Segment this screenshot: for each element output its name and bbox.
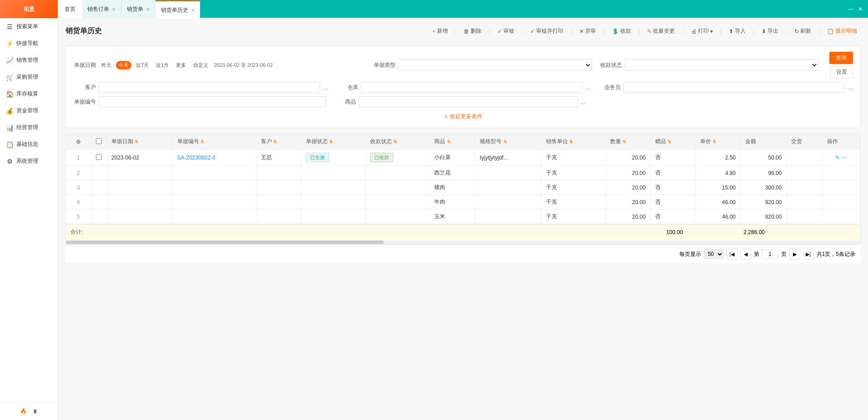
edit-action[interactable]: ✎ [835, 155, 840, 161]
column-spec[interactable]: 规格型号 ⇅ [475, 134, 542, 150]
query-button[interactable]: 查询 [829, 52, 853, 64]
customer-input[interactable] [99, 82, 320, 93]
row-unit: 千克 [542, 166, 606, 180]
row-doc-no[interactable] [172, 166, 256, 180]
row-gift: 否 [651, 195, 696, 210]
delete-button[interactable]: 🗑 删除 [460, 25, 485, 37]
select-all-checkbox[interactable] [96, 138, 102, 144]
column-payment-status[interactable]: 收款状态 ⇅ [366, 134, 430, 150]
sidebar-item-quick-nav[interactable]: ⚡ 快捷导航 [0, 35, 58, 52]
search-menu-icon: ☰ [5, 23, 14, 30]
sidebar-item-purchase-mgmt[interactable]: 🛒 采购管理 [0, 69, 58, 85]
payment-status-select[interactable] [625, 59, 818, 71]
type-select[interactable] [398, 59, 592, 71]
sidebar-item-search-menu[interactable]: ☰ 搜索菜单 [0, 18, 58, 35]
finance-icon: 💰 [5, 107, 14, 115]
row-doc-no[interactable]: SA-20230602-0 [172, 150, 256, 166]
column-settings[interactable]: ⚙ [66, 134, 91, 150]
pause-icon[interactable]: ⏸ [32, 408, 38, 415]
last-page-button[interactable]: ▶| [803, 249, 814, 260]
row-payment-status [366, 210, 430, 224]
date-today[interactable]: 今天 [116, 61, 131, 70]
column-customer[interactable]: 客户 ⇅ [256, 134, 301, 150]
column-unit[interactable]: 销售单位 ⇅ [542, 134, 606, 150]
export-button[interactable]: ⬇ 导出 [758, 25, 782, 37]
column-gift[interactable]: 赠品 ⇅ [651, 134, 696, 150]
column-amount: 金额 [741, 134, 787, 150]
salesperson-picker[interactable]: ... [848, 84, 853, 91]
filter-collapse[interactable]: ∧ 收起更多条件 [73, 111, 853, 122]
tab-close-sales-history[interactable]: ✕ [191, 8, 195, 13]
row-doc-no[interactable] [172, 180, 256, 195]
footer-total-qty: 100.00 [647, 229, 683, 235]
column-goods[interactable]: 商品 ⇅ [430, 134, 475, 150]
row-goods: 西兰花 [430, 166, 475, 180]
sidebar-item-system-mgmt[interactable]: ⚙ 系统管理 [0, 153, 58, 170]
doc-no-input[interactable] [99, 96, 326, 107]
batch-change-button[interactable]: ✎ 批量变更 [643, 25, 678, 37]
horizontal-scrollbar[interactable] [66, 240, 860, 244]
setting-button[interactable]: 设置 [830, 66, 853, 78]
column-qty[interactable]: 数量 ⇅ [606, 134, 651, 150]
column-checkbox [91, 134, 106, 150]
date-1month[interactable]: 近1月 [153, 61, 171, 70]
next-page-button[interactable]: ▶ [789, 249, 800, 260]
column-date[interactable]: 单据日期 ⇅ [106, 134, 172, 150]
date-custom[interactable]: 自定义 [191, 61, 211, 70]
fire-icon[interactable]: 🔥 [20, 408, 27, 415]
row-transaction [787, 180, 823, 195]
prev-page-button[interactable]: ◀ [740, 249, 751, 260]
import-button[interactable]: ⬆ 导入 [725, 25, 749, 37]
row-date: 2023-06-02 [106, 150, 172, 166]
abandon-button[interactable]: ✕ 弃审 [576, 25, 600, 37]
scrollbar-thumb[interactable] [66, 240, 384, 244]
customer-picker[interactable]: ... [323, 84, 328, 91]
row-doc-no[interactable] [172, 210, 256, 224]
row-gift: 否 [651, 150, 696, 166]
salesperson-input[interactable] [623, 82, 845, 93]
tab-sales-goods[interactable]: 销货单 ✕ [121, 0, 156, 18]
per-page-select[interactable]: 50 [704, 249, 724, 259]
sidebar-item-inventory[interactable]: 🏠 库存核算 [0, 85, 58, 102]
more-action[interactable]: ⋯ [842, 155, 847, 161]
tab-sales-order[interactable]: 销售订单 ✕ [82, 0, 121, 18]
refresh-button[interactable]: ↻ 刷新 [791, 25, 815, 37]
window-close[interactable]: ✕ [858, 6, 863, 12]
new-button[interactable]: + 新增 [429, 25, 452, 37]
window-minimize[interactable]: — [848, 6, 853, 12]
warehouse-input[interactable] [361, 82, 582, 93]
date-more[interactable]: 更多 [173, 61, 189, 70]
goods-picker[interactable]: ... [581, 98, 586, 105]
row-spec [475, 180, 542, 195]
sidebar-item-sales-mgmt[interactable]: 📈 销售管理 [0, 52, 58, 69]
page-input[interactable] [762, 250, 778, 259]
sidebar-item-operations[interactable]: 📊 经营管理 [0, 119, 58, 136]
column-doc-status[interactable]: 单据状态 ⇅ [301, 134, 365, 150]
collect-button[interactable]: 💲 收款 [608, 25, 635, 37]
row-doc-status: 已生效 [301, 150, 365, 166]
row-goods: 牛肉 [430, 195, 475, 210]
goods-input[interactable] [359, 96, 578, 107]
tab-sales-history[interactable]: 销货单历史 ✕ [156, 0, 200, 19]
sidebar-item-finance[interactable]: 💰 资金管理 [0, 102, 58, 119]
column-price[interactable]: 单价 ⇅ [696, 134, 741, 150]
first-page-button[interactable]: |◀ [727, 249, 738, 260]
sidebar-item-basic-info[interactable]: 📋 基础信息 [0, 136, 58, 153]
tab-close-sales-goods[interactable]: ✕ [146, 7, 150, 12]
show-detail-button[interactable]: 📋 显示明细 [823, 25, 861, 37]
date-yesterday[interactable]: 昨天 [99, 61, 114, 70]
row-checkbox[interactable] [96, 154, 102, 160]
column-doc-no[interactable]: 单据编号 ⇅ [172, 134, 256, 150]
row-amount: 920.00 [741, 195, 787, 210]
page-suffix: 页 [781, 250, 787, 258]
warehouse-picker[interactable]: ... [585, 84, 591, 91]
date-7days[interactable]: 近7天 [133, 61, 151, 70]
review-button[interactable]: ✓ 审核 [494, 25, 518, 37]
review-print-button[interactable]: ✓ 审核并打印 [527, 25, 567, 37]
print-button[interactable]: 🖨 打印 ▾ [687, 25, 717, 37]
tab-home[interactable]: 首页 [58, 0, 82, 18]
filter-goods: 商品 ... [333, 96, 586, 107]
row-doc-no[interactable] [172, 195, 256, 210]
tab-close-sales-order[interactable]: ✕ [112, 7, 115, 12]
basic-info-icon: 📋 [5, 141, 14, 148]
